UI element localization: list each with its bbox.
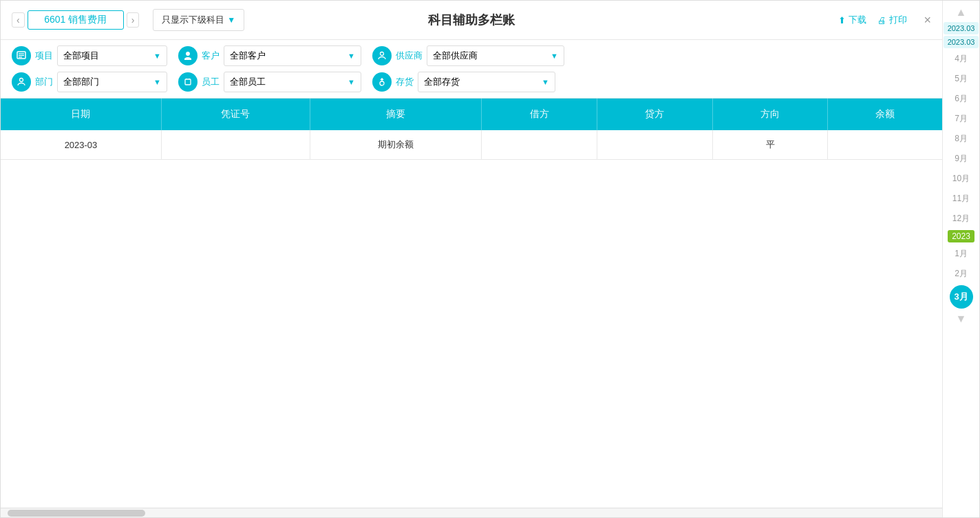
- sidebar-item-10[interactable]: 10月: [943, 169, 979, 189]
- table-container: 日期 凭证号 摘要 借方 贷方 方向 余额 2023-03 期初余额 平: [1, 99, 942, 508]
- cell-balance: [828, 130, 942, 160]
- svg-point-4: [381, 52, 384, 56]
- sidebar-label-6: 6月: [955, 93, 968, 105]
- sidebar-item-9[interactable]: 9月: [943, 149, 979, 169]
- filter-item-project: 项目 全部项目 ▼: [12, 45, 167, 66]
- prev-account-button[interactable]: ‹: [12, 12, 25, 28]
- sidebar-down-arrow[interactable]: ▼: [953, 310, 970, 328]
- header-actions: ⬆ 下载 🖨 打印 ×: [838, 13, 931, 28]
- cell-date: 2023-03: [1, 130, 161, 160]
- content-area: ‹ 6601 销售费用 › 只显示下级科目 ▼ 科目辅助多栏账 ⬆ 下载 🖨 打…: [1, 1, 942, 517]
- customer-select-arrow: ▼: [348, 52, 355, 60]
- col-summary: 摘要: [310, 99, 482, 130]
- header: ‹ 6601 销售费用 › 只显示下级科目 ▼ 科目辅助多栏账 ⬆ 下载 🖨 打…: [1, 1, 942, 40]
- horizontal-scrollbar[interactable]: [1, 508, 942, 517]
- sidebar-item-2[interactable]: 2月: [943, 264, 979, 284]
- customer-select[interactable]: 全部客户 ▼: [224, 45, 361, 66]
- sidebar-label-9: 9月: [955, 153, 968, 165]
- sidebar-item-11[interactable]: 11月: [943, 189, 979, 209]
- inventory-select[interactable]: 全部存货 ▼: [418, 72, 555, 92]
- employee-select-arrow: ▼: [348, 78, 355, 86]
- download-button[interactable]: ⬆ 下载: [838, 14, 866, 26]
- department-select-value: 全部部门: [63, 76, 99, 88]
- sidebar-label-8: 8月: [955, 133, 968, 145]
- page-title: 科目辅助多栏账: [428, 12, 515, 28]
- print-icon: 🖨: [877, 15, 886, 25]
- filter-btn-label: 只显示下级科目: [162, 14, 224, 26]
- sidebar-label-2023-03-2: 2023.03: [948, 38, 975, 46]
- filter-item-inventory: 存货 全部存货 ▼: [372, 72, 555, 92]
- next-account-button[interactable]: ›: [127, 12, 140, 28]
- col-credit: 贷方: [597, 99, 713, 130]
- header-nav: ‹ 6601 销售费用 ›: [12, 10, 139, 30]
- print-label: 打印: [889, 14, 907, 26]
- show-sub-account-button[interactable]: 只显示下级科目 ▼: [153, 9, 244, 31]
- project-select[interactable]: 全部项目 ▼: [57, 45, 167, 66]
- sidebar-label-7: 7月: [955, 113, 968, 125]
- sidebar-item-8[interactable]: 8月: [943, 129, 979, 149]
- customer-label: 客户: [202, 50, 220, 62]
- cell-voucher: [161, 130, 310, 160]
- supplier-label: 供应商: [396, 50, 423, 62]
- sidebar-label-4: 4月: [955, 53, 968, 65]
- main-container: ‹ 6601 销售费用 › 只显示下级科目 ▼ 科目辅助多栏账 ⬆ 下载 🖨 打…: [0, 0, 980, 518]
- cell-direction: 平: [712, 130, 828, 160]
- download-label: 下载: [849, 14, 866, 26]
- supplier-select[interactable]: 全部供应商 ▼: [427, 45, 564, 66]
- sidebar-label-5: 5月: [955, 73, 968, 85]
- project-icon: [12, 46, 31, 65]
- col-voucher: 凭证号: [161, 99, 310, 130]
- table-row: 2023-03 期初余额 平: [1, 130, 942, 160]
- scroll-thumb[interactable]: [8, 510, 145, 517]
- filter-item-department: 部门 全部部门 ▼: [12, 72, 167, 92]
- employee-select-value: 全部员工: [230, 76, 266, 88]
- table-header-row: 日期 凭证号 摘要 借方 贷方 方向 余额: [1, 99, 942, 130]
- sidebar-label-2023-03-top: 2023.03: [948, 24, 975, 32]
- supplier-select-arrow: ▼: [551, 52, 558, 60]
- project-select-value: 全部项目: [63, 50, 99, 62]
- sidebar-label-1: 1月: [955, 248, 968, 260]
- cell-debit: [482, 130, 597, 160]
- filter-dropdown-arrow: ▼: [227, 15, 235, 25]
- sidebar-item-2023-03-2[interactable]: 2023.03: [944, 36, 979, 48]
- sidebar-item-4[interactable]: 4月: [943, 49, 979, 69]
- inventory-select-arrow: ▼: [542, 78, 549, 86]
- employee-select[interactable]: 全部员工 ▼: [224, 72, 361, 92]
- sidebar-item-3[interactable]: 3月: [950, 285, 973, 309]
- sidebar-item-6[interactable]: 6月: [943, 89, 979, 109]
- sidebar-item-2023-03-top[interactable]: 2023.03: [944, 22, 979, 34]
- svg-rect-6: [185, 79, 191, 85]
- employee-icon: [178, 72, 198, 92]
- sidebar-up-arrow[interactable]: ▲: [953, 3, 970, 21]
- project-label: 项目: [35, 50, 53, 62]
- supplier-select-value: 全部供应商: [433, 50, 478, 62]
- sidebar-label-10: 10月: [952, 173, 970, 185]
- department-select[interactable]: 全部部门 ▼: [57, 72, 167, 92]
- right-sidebar: ▲ 2023.03 2023.03 4月 5月 6月 7月 8月 9月 10月: [942, 1, 979, 517]
- sidebar-item-5[interactable]: 5月: [943, 69, 979, 89]
- project-select-arrow: ▼: [153, 52, 161, 60]
- print-button[interactable]: 🖨 打印: [877, 14, 907, 26]
- sidebar-item-1[interactable]: 1月: [943, 244, 979, 264]
- cell-summary: 期初余额: [310, 130, 482, 160]
- ledger-table: 日期 凭证号 摘要 借方 贷方 方向 余额 2023-03 期初余额 平: [1, 99, 942, 160]
- svg-point-7: [380, 81, 384, 85]
- sidebar-label-year-2023: 2023: [952, 231, 970, 241]
- sidebar-item-12[interactable]: 12月: [943, 209, 979, 229]
- col-debit: 借方: [482, 99, 597, 130]
- close-button[interactable]: ×: [924, 13, 931, 28]
- filter-item-employee: 员工 全部员工 ▼: [178, 72, 361, 92]
- col-date: 日期: [1, 99, 161, 130]
- filter-item-supplier: 供应商 全部供应商 ▼: [372, 45, 564, 66]
- sidebar-item-7[interactable]: 7月: [943, 109, 979, 129]
- inventory-label: 存货: [396, 76, 414, 88]
- department-label: 部门: [35, 76, 53, 88]
- employee-label: 员工: [202, 76, 220, 88]
- download-icon: ⬆: [838, 15, 846, 25]
- inventory-icon: [372, 72, 392, 92]
- filter-item-customer: 客户 全部客户 ▼: [178, 45, 361, 66]
- supplier-icon: [372, 46, 392, 65]
- sidebar-item-year-2023[interactable]: 2023: [948, 230, 974, 242]
- sidebar-label-2: 2月: [955, 268, 968, 280]
- department-icon: [12, 72, 31, 92]
